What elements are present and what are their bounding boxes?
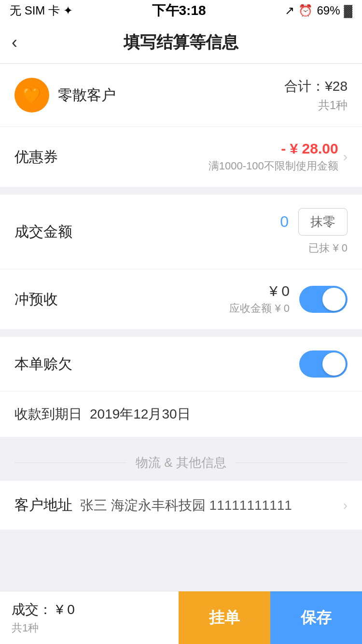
debt-row: 本单赊欠 (0, 337, 362, 391)
customer-section: 🧡 零散客户 合计：¥28 共1种 优惠券 - ¥ 28.00 满1000-10… (0, 64, 362, 187)
bottom-item-count: 共1种 (12, 621, 167, 635)
chevron-right-icon: › (343, 149, 348, 165)
debt-toggle[interactable] (299, 350, 348, 378)
page-title: 填写结算等信息 (124, 31, 238, 54)
battery-level: 69% (317, 4, 340, 17)
transaction-section: 成交金额 抹零 已抹 ¥ 0 冲预收 ¥ 0 应收金额 ¥ 0 (0, 195, 362, 329)
bottom-summary: 成交： ¥ 0 共1种 (0, 591, 179, 644)
customer-name: 零散客户 (58, 85, 116, 105)
transaction-input[interactable] (250, 213, 289, 231)
address-section[interactable]: 客户地址 张三 海淀永丰科技园 11111111111 › (0, 481, 362, 530)
transaction-amount-row: 成交金额 抹零 已抹 ¥ 0 (0, 195, 362, 269)
status-time: 下午3:18 (152, 1, 206, 20)
debt-section: 本单赊欠 收款到期日 2019年12月30日 (0, 337, 362, 437)
status-left: 无 SIM 卡 ✦ (10, 3, 73, 18)
customer-row: 🧡 零散客户 合计：¥28 共1种 (0, 64, 362, 126)
address-value: 张三 海淀永丰科技园 11111111111 (80, 496, 335, 515)
logistics-divider: 物流 & 其他信息 (0, 445, 362, 481)
bottom-deal-amount: 成交： ¥ 0 (12, 601, 167, 619)
transaction-value-area: 抹零 (250, 208, 348, 236)
pre-amount: ¥ 0 (229, 283, 290, 299)
coupon-value: - ¥ 28.00 (209, 140, 338, 157)
avatar-icon: 🧡 (22, 86, 42, 104)
toggle-slider (299, 286, 348, 313)
debt-toggle-slider (299, 350, 348, 378)
customer-info: 🧡 零散客户 (14, 78, 116, 112)
status-right: ↗ ⏰ 69% ▓ (285, 4, 352, 17)
coupon-label: 优惠券 (14, 147, 58, 167)
pre-receive-toggle[interactable] (299, 286, 348, 313)
address-chevron-icon: › (343, 498, 348, 513)
avatar: 🧡 (14, 78, 49, 112)
pre-sub: 应收金额 ¥ 0 (229, 301, 290, 316)
logistics-label: 物流 & 其他信息 (136, 454, 226, 471)
back-button[interactable]: ‹ (12, 32, 17, 53)
location-icon: ↗ (285, 4, 294, 17)
transaction-right: 抹零 已抹 ¥ 0 (250, 208, 348, 255)
pre-receive-label: 冲预收 (14, 290, 82, 309)
due-date-row: 收款到期日 2019年12月30日 (0, 391, 362, 437)
nav-bar: ‹ 填写结算等信息 (0, 21, 362, 64)
round-zero-button[interactable]: 抹零 (298, 208, 348, 236)
transaction-label: 成交金额 (14, 222, 82, 242)
battery-icon: ▓ (344, 4, 352, 17)
coupon-right: - ¥ 28.00 满1000-100不限制使用金额 › (209, 140, 348, 173)
due-date-label: 收款到期日 (14, 405, 82, 423)
pre-receive-row: 冲预收 ¥ 0 应收金额 ¥ 0 (0, 269, 362, 329)
due-date-value: 2019年12月30日 (90, 405, 191, 423)
round-zero-sub: 已抹 ¥ 0 (308, 242, 348, 254)
coupon-row[interactable]: 优惠券 - ¥ 28.00 满1000-100不限制使用金额 › (0, 126, 362, 187)
bottom-bar: 成交： ¥ 0 共1种 挂单 保存 (0, 591, 362, 644)
customer-total: 合计：¥28 (284, 77, 348, 96)
coupon-detail: - ¥ 28.00 满1000-100不限制使用金额 (209, 140, 338, 173)
save-button[interactable]: 保存 (270, 591, 362, 644)
alarm-icon: ⏰ (298, 4, 313, 17)
pre-amount-area: ¥ 0 应收金额 ¥ 0 (229, 283, 290, 316)
status-bar: 无 SIM 卡 ✦ 下午3:18 ↗ ⏰ 69% ▓ (0, 0, 362, 21)
sim-status: 无 SIM 卡 ✦ (10, 3, 73, 18)
hold-button[interactable]: 挂单 (179, 591, 270, 644)
customer-summary: 合计：¥28 共1种 (284, 77, 348, 113)
address-label: 客户地址 (14, 495, 72, 515)
pre-receive-right: ¥ 0 应收金额 ¥ 0 (229, 283, 348, 316)
coupon-description: 满1000-100不限制使用金额 (209, 159, 338, 173)
customer-count: 共1种 (284, 98, 348, 113)
debt-label: 本单赊欠 (14, 354, 72, 374)
